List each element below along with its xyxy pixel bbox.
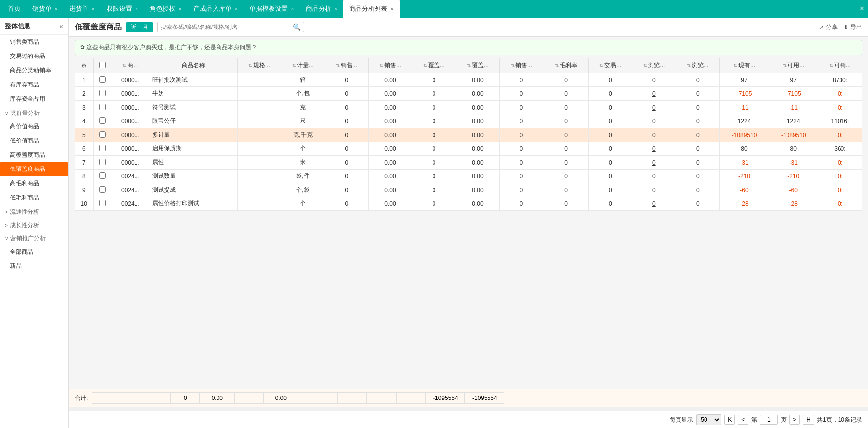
row-select-checkbox[interactable] xyxy=(99,131,106,138)
row-checkbox[interactable] xyxy=(93,170,111,183)
prev-page-btn[interactable]: < xyxy=(738,415,748,425)
sidebar-item-low-coverage[interactable]: 低覆盖度商品 xyxy=(0,162,68,176)
sidebar-item-sales-goods[interactable]: 销售类商品 xyxy=(0,35,68,49)
row-select-checkbox[interactable] xyxy=(99,104,106,110)
sidebar-item-high-margin[interactable]: 高毛利商品 xyxy=(0,176,68,191)
sidebar-item-traded-goods[interactable]: 交易过的商品 xyxy=(0,49,68,63)
search-input[interactable] xyxy=(161,24,293,30)
nav-sales-order[interactable]: 销货单 × xyxy=(27,0,63,18)
row-browse1[interactable]: 0 xyxy=(632,101,676,114)
sidebar-section-quantity[interactable]: ∨ 类群量分析 xyxy=(0,106,68,119)
row-select-checkbox[interactable] xyxy=(99,172,106,179)
nav-product-analysis[interactable]: 商品分析 × xyxy=(300,0,343,18)
col-browse2[interactable]: ⇅浏览... xyxy=(676,58,720,73)
close-icon[interactable]: × xyxy=(135,0,138,18)
row-select-checkbox[interactable] xyxy=(99,186,106,193)
col-browse1[interactable]: ⇅浏览... xyxy=(632,58,676,73)
row-browse1[interactable]: 0 xyxy=(632,142,676,156)
row-select-checkbox[interactable] xyxy=(99,117,106,124)
col-cover2[interactable]: ⇅覆盖... xyxy=(456,58,499,73)
sidebar-item-high-coverage[interactable]: 高覆盖度商品 xyxy=(0,148,68,162)
export-btn[interactable]: ⬇ 导出 xyxy=(843,23,862,31)
row-browse1[interactable]: 0 xyxy=(632,170,676,183)
row-checkbox[interactable] xyxy=(93,101,111,114)
row-select-checkbox[interactable] xyxy=(99,159,106,165)
row-checkbox[interactable] xyxy=(93,183,111,197)
row-select-checkbox[interactable] xyxy=(99,90,106,96)
col-settings[interactable]: ⚙ xyxy=(75,58,94,73)
close-icon[interactable]: × xyxy=(334,0,337,18)
row-browse1[interactable]: 0 xyxy=(632,87,676,101)
search-icon[interactable]: 🔍 xyxy=(293,23,301,31)
nav-role-auth[interactable]: 角色授权 × xyxy=(144,0,187,18)
sidebar-item-new-goods[interactable]: 新品 xyxy=(0,259,68,273)
row-browse1[interactable]: 0 xyxy=(632,183,676,197)
row-checkbox[interactable] xyxy=(93,142,111,156)
col-unit[interactable]: ⇅计量... xyxy=(281,58,325,73)
row-checkbox[interactable] xyxy=(93,156,111,170)
close-icon[interactable]: × xyxy=(235,0,238,18)
col-spec[interactable]: ⇅规格... xyxy=(237,58,281,73)
col-name[interactable]: 商品名称 xyxy=(149,58,238,73)
nav-purchase-order[interactable]: 进货单 × xyxy=(63,0,100,18)
col-sales-qty[interactable]: ⇅销售... xyxy=(325,58,368,73)
sidebar-item-low-margin[interactable]: 低毛利商品 xyxy=(0,191,68,205)
close-icon[interactable]: × xyxy=(178,0,181,18)
nav-product-in[interactable]: 产成品入库单 × xyxy=(188,0,244,18)
sidebar-item-low-value[interactable]: 低价值商品 xyxy=(0,134,68,148)
table-row: 3 0000... 符号测试 克 0 0.00 0 0.00 0 0 0 0 0… xyxy=(75,101,862,114)
per-page-select[interactable]: 50 100 200 xyxy=(696,414,721,425)
sidebar-section-marketing[interactable]: ∨ 营销推广分析 xyxy=(0,231,68,245)
first-page-btn[interactable]: K xyxy=(724,415,735,425)
col-cover1[interactable]: ⇅覆盖... xyxy=(412,58,456,73)
row-browse1[interactable]: 0 xyxy=(632,73,676,87)
last-page-btn[interactable]: H xyxy=(803,415,814,425)
table-row: 4 0000... 眼宝公仔 只 0 0.00 0 0.00 0 0 0 0 0… xyxy=(75,114,862,128)
row-browse1[interactable]: 0 xyxy=(632,114,676,128)
sidebar-item-category-rate[interactable]: 商品分类动销率 xyxy=(0,63,68,78)
sidebar-item-in-stock[interactable]: 有库存商品 xyxy=(0,78,68,92)
row-browse1[interactable]: 0 xyxy=(632,128,676,142)
row-checkbox[interactable] xyxy=(93,114,111,128)
row-select-checkbox[interactable] xyxy=(99,145,106,151)
close-icon[interactable]: × xyxy=(390,0,393,18)
col-gross[interactable]: ⇅毛利率 xyxy=(543,58,588,73)
nav-product-analysis-list[interactable]: 商品分析列表 × xyxy=(343,0,399,18)
row-checkbox[interactable] xyxy=(93,197,111,211)
col-code[interactable]: ⇅商... xyxy=(111,58,149,73)
row-browse1[interactable]: 0 xyxy=(632,156,676,170)
row-select-checkbox[interactable] xyxy=(99,200,106,206)
sidebar-item-high-value[interactable]: 高价值商品 xyxy=(0,119,68,134)
col-sales-amt[interactable]: ⇅销售... xyxy=(368,58,412,73)
window-close-icon[interactable]: × xyxy=(860,4,864,13)
sidebar-item-stock-fund[interactable]: 库存资金占用 xyxy=(0,92,68,106)
close-icon[interactable]: × xyxy=(54,0,57,18)
sidebar-collapse-btn[interactable]: « xyxy=(59,22,63,30)
share-btn[interactable]: ↗ 分享 xyxy=(819,23,838,31)
next-page-btn[interactable]: > xyxy=(789,415,800,425)
select-all-checkbox[interactable] xyxy=(99,62,106,68)
close-icon[interactable]: × xyxy=(91,0,94,18)
nav-home[interactable]: 首页 xyxy=(2,0,27,18)
sidebar-section-growth[interactable]: > 成长性分析 xyxy=(0,218,68,231)
sidebar-item-all-goods[interactable]: 全部商品 xyxy=(0,245,68,259)
nav-template[interactable]: 单据模板设置 × xyxy=(244,0,299,18)
col-trade[interactable]: ⇅交易... xyxy=(589,58,632,73)
scrollbar[interactable] xyxy=(69,407,868,411)
row-browse1[interactable]: 0 xyxy=(632,197,676,211)
page-number-input[interactable] xyxy=(760,415,778,425)
nav-permission[interactable]: 权限设置 × xyxy=(101,0,144,18)
col-checkbox[interactable] xyxy=(93,58,111,73)
page-suffix-label: 页 xyxy=(781,416,787,424)
row-checkbox[interactable] xyxy=(93,87,111,101)
col-avail[interactable]: ⇅可用... xyxy=(769,58,818,73)
time-filter-btn[interactable]: 近一月 xyxy=(126,22,153,32)
row-checkbox[interactable] xyxy=(93,73,111,87)
close-icon[interactable]: × xyxy=(291,0,294,18)
sidebar-section-liquidity[interactable]: > 流通性分析 xyxy=(0,205,68,218)
row-checkbox[interactable] xyxy=(93,128,111,142)
row-select-checkbox[interactable] xyxy=(99,76,106,83)
col-current[interactable]: ⇅现有... xyxy=(720,58,769,73)
col-sales2[interactable]: ⇅销售... xyxy=(499,58,543,73)
col-sellable[interactable]: ⇅可销... xyxy=(818,58,862,73)
